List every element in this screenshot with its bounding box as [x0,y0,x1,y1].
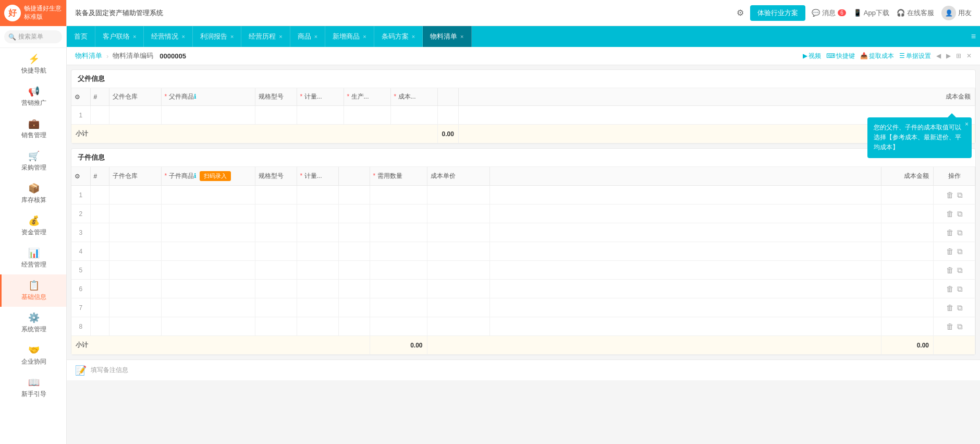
copy-icon-1[interactable]: ⧉ [957,190,963,200]
delete-icon-5[interactable]: 🗑 [946,266,954,274]
tab-barcode-close[interactable]: × [412,33,415,40]
nav-prev-btn[interactable]: ◀ [936,52,941,59]
parent-row-1-product[interactable] [161,106,255,125]
delete-icon-3[interactable]: 🗑 [946,228,954,237]
child-col-gear[interactable]: ⚙ [71,167,90,186]
expand-btn[interactable]: ⊞ [956,52,961,59]
copy-icon-8[interactable]: ⧉ [957,322,963,331]
parent-row-1-production[interactable] [344,106,390,125]
parent-col-spec: 规格型号 [255,88,297,106]
sidebar-item-purchase[interactable]: 🛒 采购管理 [0,145,66,177]
tab-customer-close[interactable]: × [133,33,136,40]
child-row-1-unit-price[interactable] [427,186,489,205]
tab-home[interactable]: 首页 [67,26,95,47]
tab-profit-close[interactable]: × [230,33,234,40]
child-col-ops: 操作 [934,167,975,186]
close-page-btn[interactable]: ✕ [966,52,972,59]
scan-input-btn[interactable]: 扫码录入 [200,171,231,181]
child-table: ⚙ # 子件仓库 * 子件商品ℹ 扫码录入 规格型号 * 计量... * 需用数… [71,167,975,355]
child-row-5-num: 5 [71,261,90,280]
tab-customer[interactable]: 客户联络 × [95,26,144,47]
tab-goods-close[interactable]: × [314,33,317,40]
search-menu-btn[interactable]: 🔍 搜索菜单 [4,30,62,43]
child-row-1-qty[interactable] [370,186,427,205]
shortcut-action[interactable]: ⌨ 快捷键 [826,52,855,61]
copy-icon-7[interactable]: ⧉ [957,303,963,313]
search-menu-label: 搜索菜单 [18,32,43,41]
tab-bom-close[interactable]: × [460,33,463,40]
child-row-5: 5 🗑⧉ [71,261,975,280]
sidebar-item-enterprise[interactable]: 🤝 企业协同 [0,339,66,371]
child-row-1-warehouse[interactable] [109,186,161,205]
delete-icon-7[interactable]: 🗑 [946,303,954,312]
tab-history[interactable]: 经营历程 × [241,26,290,47]
trial-btn[interactable]: 体验行业方案 [750,5,805,21]
parent-row-1-unit[interactable] [297,106,344,125]
tab-operations-close[interactable]: × [181,33,185,40]
parent-col-gear[interactable]: ⚙ [71,88,90,106]
tab-history-close[interactable]: × [279,33,282,40]
online-support-label: 在线客服 [907,8,934,18]
sidebar-item-system[interactable]: ⚙️ 系统管理 [0,307,66,339]
single-settings-action[interactable]: ☰ 单据设置 [899,52,931,61]
user-area[interactable]: 👤 用友 [941,6,972,20]
inventory-icon: 📦 [28,183,40,194]
nav-next-btn[interactable]: ▶ [946,52,951,59]
tab-profit[interactable]: 利润报告 × [193,26,241,47]
parent-row-1-cost[interactable] [390,106,437,125]
tab-goods[interactable]: 商品 × [290,26,325,47]
online-support-btn[interactable]: 🎧 在线客服 [897,8,934,18]
copy-icon-5[interactable]: ⧉ [957,266,963,275]
child-subtotal-amount: 0.00 [881,336,934,355]
sidebar-item-operations[interactable]: 📊 经营管理 [0,242,66,274]
breadcrumb-main[interactable]: 物料清单 [75,51,102,61]
extract-cost-action[interactable]: 📥 提取成本 [860,52,894,61]
sidebar-item-label-marketing: 营销推广 [21,99,46,107]
app-download-btn[interactable]: 📱 App下载 [853,8,889,18]
child-col-spacer1 [338,167,370,186]
sidebar-item-inventory[interactable]: 📦 库存核算 [0,177,66,210]
copy-icon-6[interactable]: ⧉ [957,284,963,294]
view-action[interactable]: ▶ 视频 [803,52,821,61]
tooltip-close-btn[interactable]: × [965,119,969,129]
parent-section-title: 父件信息 [71,70,975,88]
copy-icon-2[interactable]: ⧉ [957,209,963,219]
settings-icon[interactable]: ⚙ [737,8,744,18]
child-col-warehouse: 子件仓库 [109,167,161,186]
delete-icon-8[interactable]: 🗑 [946,322,954,331]
delete-icon-6[interactable]: 🗑 [946,284,954,293]
sidebar: 好 畅捷通好生意 标准版 🔍 搜索菜单 ⚡ 快捷导航 📢 营销推广 💼 销售管理… [0,0,67,444]
delete-icon-4[interactable]: 🗑 [946,247,954,256]
message-icon: 💬 [812,9,820,17]
child-row-1-amount [881,186,934,205]
tab-new-goods-label: 新增商品 [333,32,360,41]
tab-new-goods[interactable]: 新增商品 × [325,26,374,47]
tab-new-goods-close[interactable]: × [363,33,366,40]
tab-barcode[interactable]: 条码方案 × [374,26,423,47]
delete-icon-2[interactable]: 🗑 [946,209,954,218]
tab-home-label: 首页 [74,32,88,41]
sidebar-item-label-system: 系统管理 [21,325,46,334]
copy-icon-3[interactable]: ⧉ [957,228,963,237]
logo-line1: 畅捷通好生意 [24,5,62,13]
delete-icon-1[interactable]: 🗑 [946,190,954,199]
sidebar-item-finance[interactable]: 💰 资金管理 [0,210,66,242]
message-btn[interactable]: 💬 消息 6 [812,8,846,18]
sidebar-item-sales[interactable]: 💼 销售管理 [0,113,66,145]
tab-bom[interactable]: 物料清单 × [423,26,471,47]
sidebar-item-marketing[interactable]: 📢 营销推广 [0,80,66,113]
sidebar-item-quick-nav[interactable]: ⚡ 快捷导航 [0,48,66,80]
bottom-bar: 📝 填写备注信息 [67,359,980,380]
sales-icon: 💼 [28,118,40,129]
child-row-1-sp2 [489,186,881,205]
child-section-title: 子件信息 [71,149,975,167]
parent-row-1-warehouse[interactable] [109,106,161,125]
tab-operations[interactable]: 经营情况 × [144,26,192,47]
child-row-1-unit[interactable] [297,186,338,205]
tabs-more-btn[interactable]: ≡ [967,32,980,41]
sidebar-item-guide[interactable]: 📖 新手引导 [0,371,66,404]
copy-icon-4[interactable]: ⧉ [957,247,963,256]
sidebar-item-basic-info[interactable]: 📋 基础信息 [0,274,66,307]
child-row-1-product[interactable] [161,186,255,205]
child-col-qty: * 需用数量 [370,167,427,186]
